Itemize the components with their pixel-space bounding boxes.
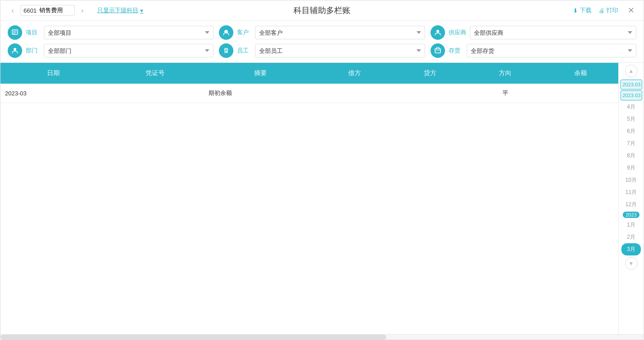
- filter-inventory: 存货 全部存货: [431, 43, 636, 58]
- page-title: 科目辅助多栏账: [294, 5, 350, 16]
- timeline-period-1[interactable]: 2023.03: [620, 80, 642, 90]
- cell-credit: [392, 84, 468, 103]
- department-label: 部门: [26, 47, 40, 55]
- prev-account-button[interactable]: ‹: [8, 5, 18, 15]
- timeline-down-button[interactable]: ▼: [625, 257, 638, 270]
- timeline-month-6[interactable]: 6月: [619, 125, 644, 137]
- table-area[interactable]: 日期 凭证号 摘要 借方 贷方 方向 余额 2023-03 期初余额: [0, 63, 618, 334]
- customer-label: 客户: [237, 28, 251, 37]
- customer-select[interactable]: 全部客户: [255, 26, 425, 39]
- top-bar-left: ‹ 6601 销售费用 › 只显示下级科目 ▾: [8, 5, 143, 16]
- timeline-month-2[interactable]: 2月: [619, 231, 644, 243]
- employee-label: 员工: [237, 47, 251, 55]
- col-balance: 余额: [543, 63, 618, 84]
- down-arrow-icon: ▼: [629, 260, 634, 267]
- department-select[interactable]: 全部部门: [44, 44, 213, 57]
- inventory-icon: [431, 43, 445, 58]
- timeline-year-badge: 2023: [623, 212, 639, 218]
- cell-summary: 期初余额: [204, 84, 317, 103]
- col-direction: 方向: [468, 63, 543, 84]
- account-code-box: 6601 销售费用: [20, 5, 75, 16]
- timeline-up-button[interactable]: ▲: [625, 65, 638, 77]
- download-label: 下载: [580, 6, 592, 14]
- cell-balance: [543, 84, 618, 103]
- account-code: 6601: [24, 7, 37, 14]
- horizontal-scrollbar[interactable]: [0, 334, 644, 340]
- supplier-select[interactable]: 全部供应商: [470, 26, 636, 39]
- timeline-month-10[interactable]: 10月: [619, 174, 644, 186]
- project-icon: [8, 25, 22, 40]
- filter-employee: 员工 全部员工: [219, 43, 425, 58]
- account-name: 销售费用: [39, 6, 63, 14]
- show-sub-label: 只显示下级科目: [97, 6, 138, 14]
- project-select[interactable]: 全部项目: [44, 26, 213, 39]
- filter-area: 项目 全部项目 客户 全部客户: [0, 21, 644, 63]
- supplier-label: 供应商: [449, 28, 466, 37]
- department-icon: [8, 43, 22, 58]
- cell-debit: [317, 84, 393, 103]
- timeline-period-2[interactable]: 2023.03: [620, 90, 642, 100]
- project-label: 项目: [26, 28, 40, 37]
- next-account-button[interactable]: ›: [77, 5, 87, 15]
- supplier-icon: [431, 25, 445, 40]
- main-content: 日期 凭证号 摘要 借方 贷方 方向 余额 2023-03 期初余额: [0, 63, 644, 334]
- top-bar-right: ⬇ 下载 🖨 打印 ✕: [573, 5, 636, 16]
- table-row: 2023-03 期初余额 平: [0, 84, 618, 103]
- col-debit: 借方: [317, 63, 393, 84]
- table-header-row: 日期 凭证号 摘要 借方 贷方 方向 余额: [0, 63, 618, 84]
- timeline-month-4[interactable]: 4月: [619, 101, 644, 113]
- print-icon: 🖨: [599, 7, 605, 14]
- close-button[interactable]: ✕: [625, 5, 636, 16]
- chevron-down-icon: ▾: [140, 7, 143, 14]
- timeline-month-5[interactable]: 5月: [619, 113, 644, 125]
- print-button[interactable]: 🖨 打印: [599, 6, 618, 14]
- cell-date: 2023-03: [0, 84, 107, 103]
- download-button[interactable]: ⬇ 下载: [573, 6, 592, 14]
- filter-department: 部门 全部部门: [8, 43, 213, 58]
- main-window: ‹ 6601 销售费用 › 只显示下级科目 ▾ 科目辅助多栏账 ⬇ 下载 🖨 打…: [0, 0, 644, 340]
- inventory-select[interactable]: 全部存货: [467, 44, 636, 57]
- col-date: 日期: [0, 63, 107, 84]
- cell-voucher: [107, 84, 204, 103]
- timeline-sidebar: ▲ 2023.03 2023.03 4月 5月 6月 7月 8月 9月 10月 …: [618, 63, 644, 334]
- filter-project: 项目 全部项目: [8, 25, 213, 40]
- show-sub-dropdown[interactable]: 只显示下级科目 ▾: [97, 6, 143, 14]
- customer-icon: [219, 25, 233, 40]
- employee-select[interactable]: 全部员工: [255, 44, 425, 57]
- timeline-month-3-active[interactable]: 3月: [621, 243, 641, 255]
- data-table: 日期 凭证号 摘要 借方 贷方 方向 余额 2023-03 期初余额: [0, 63, 618, 103]
- col-voucher: 凭证号: [107, 63, 204, 84]
- svg-point-7: [226, 49, 227, 51]
- top-bar: ‹ 6601 销售费用 › 只显示下级科目 ▾ 科目辅助多栏账 ⬇ 下载 🖨 打…: [0, 0, 644, 21]
- download-icon: ⬇: [573, 7, 578, 14]
- timeline-month-9[interactable]: 9月: [619, 162, 644, 174]
- svg-point-5: [14, 48, 16, 51]
- col-credit: 贷方: [392, 63, 468, 84]
- up-arrow-icon: ▲: [629, 68, 634, 74]
- timeline-month-7[interactable]: 7月: [619, 137, 644, 150]
- timeline-month-1[interactable]: 1月: [619, 219, 644, 231]
- cell-direction: 平: [468, 84, 543, 103]
- employee-icon: [219, 43, 233, 58]
- col-summary: 摘要: [204, 63, 317, 84]
- filter-customer: 客户 全部客户: [219, 25, 425, 40]
- timeline-month-12[interactable]: 12月: [619, 198, 644, 211]
- timeline-month-11[interactable]: 11月: [619, 186, 644, 198]
- filter-supplier: 供应商 全部供应商: [431, 25, 636, 40]
- inventory-label: 存货: [449, 47, 463, 55]
- svg-point-4: [436, 30, 439, 33]
- print-label: 打印: [606, 6, 618, 14]
- timeline-month-8[interactable]: 8月: [619, 150, 644, 162]
